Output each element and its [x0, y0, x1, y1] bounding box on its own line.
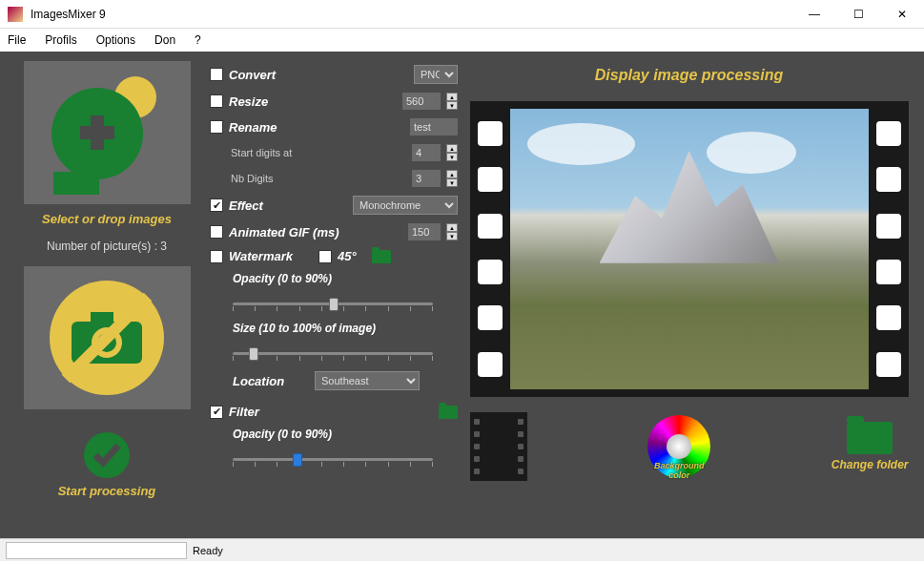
- preview-panel: Display image processing Background colo…: [465, 61, 913, 532]
- drop-zone[interactable]: [24, 61, 191, 204]
- film-holes-left: [470, 101, 510, 397]
- rename-value-input[interactable]: [410, 118, 458, 136]
- watermark-location-label: Location: [233, 374, 309, 388]
- change-folder-label: Change folder: [832, 458, 909, 471]
- menu-profils[interactable]: Profils: [45, 33, 76, 47]
- no-preview-box: [24, 266, 191, 409]
- gif-spinner[interactable]: ▲▼: [446, 223, 458, 240]
- titlebar: ImagesMixer 9 — ☐ ✕: [0, 0, 924, 29]
- background-color-button[interactable]: Background color: [647, 415, 710, 478]
- filter-checkbox[interactable]: ✔: [210, 406, 223, 419]
- menu-options[interactable]: Options: [96, 33, 135, 47]
- gif-checkbox[interactable]: [210, 225, 223, 239]
- film-frame: [470, 101, 909, 397]
- watermark-location-select[interactable]: Southeast: [315, 371, 420, 390]
- close-button[interactable]: ✕: [880, 0, 924, 29]
- preview-image: [510, 109, 869, 389]
- change-folder-button[interactable]: Change folder: [832, 422, 909, 471]
- resize-checkbox[interactable]: [210, 94, 223, 108]
- options-panel: Convert PNG Resize ▲▼ Rename Start digit…: [210, 61, 458, 532]
- resize-value-input[interactable]: [402, 93, 441, 110]
- check-icon: [82, 430, 132, 480]
- start-processing-label: Start processing: [58, 484, 156, 498]
- resize-spinner[interactable]: ▲▼: [446, 93, 458, 110]
- menu-file[interactable]: File: [8, 33, 26, 47]
- display-header: Display image processing: [595, 67, 783, 84]
- no-camera-icon: [45, 276, 169, 400]
- add-image-icon: [40, 71, 174, 195]
- start-processing-button[interactable]: Start processing: [58, 430, 156, 498]
- filter-opacity-slider[interactable]: [233, 449, 433, 469]
- menubar: File Profils Options Don ?: [0, 29, 924, 52]
- menu-help[interactable]: ?: [195, 33, 201, 47]
- watermark-folder-icon[interactable]: [372, 250, 391, 263]
- app-icon: [8, 7, 23, 22]
- convert-label: Convert: [229, 68, 408, 82]
- gif-ms-input[interactable]: [408, 223, 441, 240]
- rename-label: Rename: [229, 120, 404, 135]
- folder-icon: [847, 422, 893, 454]
- statusbar: Ready: [0, 538, 924, 561]
- effect-label: Effect: [229, 198, 347, 213]
- window-title: ImagesMixer 9: [31, 8, 792, 21]
- maximize-button[interactable]: ☐: [836, 0, 880, 29]
- watermark-size-label: Size (10 to 100% of image): [233, 322, 458, 335]
- menu-don[interactable]: Don: [154, 33, 175, 47]
- select-images-label: Select or drop images: [42, 212, 172, 226]
- effect-select[interactable]: Monochrome: [353, 196, 458, 215]
- picture-count-label: Number of picture(s) : 3: [47, 240, 167, 253]
- filter-opacity-label: Opacity (0 to 90%): [233, 427, 458, 441]
- progress-bar: [6, 542, 187, 559]
- mini-film-icon[interactable]: [470, 412, 527, 481]
- watermark-opacity-label: Opacity (0 to 90%): [233, 272, 458, 285]
- gif-label: Animated GIF (ms): [229, 225, 402, 240]
- start-digits-input[interactable]: [412, 144, 441, 161]
- status-text: Ready: [193, 545, 223, 556]
- watermark-size-slider[interactable]: [233, 344, 433, 363]
- svg-rect-4: [53, 172, 99, 195]
- nb-digits-spinner[interactable]: ▲▼: [446, 170, 458, 187]
- svg-rect-3: [91, 115, 104, 150]
- film-holes-right: [869, 101, 909, 397]
- resize-label: Resize: [229, 94, 397, 109]
- nb-digits-label: Nb Digits: [210, 173, 406, 184]
- svg-rect-7: [91, 312, 113, 323]
- minimize-button[interactable]: —: [792, 0, 836, 29]
- watermark-checkbox[interactable]: [210, 250, 223, 263]
- rename-checkbox[interactable]: [210, 120, 223, 134]
- preview-bottom-row: Background color Change folder: [470, 412, 909, 481]
- convert-format-select[interactable]: PNG: [414, 65, 458, 84]
- start-digits-label: Start digits at: [210, 147, 406, 158]
- left-panel: Select or drop images Number of picture(…: [11, 61, 202, 532]
- start-digits-spinner[interactable]: ▲▼: [446, 144, 458, 161]
- filter-folder-icon[interactable]: [439, 406, 458, 419]
- watermark-angle-checkbox[interactable]: [318, 250, 332, 263]
- background-color-label: Background color: [647, 461, 710, 480]
- watermark-opacity-slider[interactable]: [233, 294, 433, 313]
- watermark-label: Watermark: [229, 249, 313, 263]
- effect-checkbox[interactable]: ✔: [210, 198, 223, 212]
- workarea: Select or drop images Number of picture(…: [0, 52, 924, 538]
- watermark-angle-label: 45°: [338, 249, 366, 263]
- filter-label: Filter: [229, 405, 433, 419]
- nb-digits-input[interactable]: [412, 170, 441, 187]
- convert-checkbox[interactable]: [210, 68, 223, 81]
